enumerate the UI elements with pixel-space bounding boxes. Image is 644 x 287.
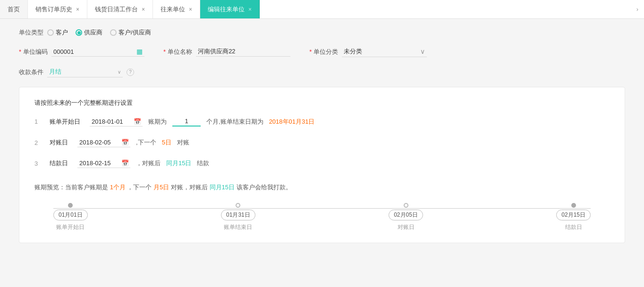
row-num-2: 2 bbox=[34, 139, 44, 146]
tab-home-label: 首页 bbox=[8, 5, 20, 14]
tab-partner-label: 往来单位 bbox=[161, 5, 185, 14]
bill-start-desc-suffix: 个月,账单结束日期为 bbox=[206, 118, 263, 126]
unit-code-star: * bbox=[19, 48, 21, 55]
unit-category-group: * 单位分类 未分类 ∨ bbox=[309, 46, 427, 57]
tab-sales-history-label: 销售订单历史 bbox=[35, 5, 72, 14]
radio-supplier[interactable]: 供应商 bbox=[76, 28, 102, 37]
bill-start-date-input[interactable] bbox=[90, 117, 132, 126]
tab-edit-partner[interactable]: 编辑往来单位 × bbox=[200, 0, 260, 18]
unit-category-star: * bbox=[309, 48, 312, 55]
unit-type-group: 单位类型 客户 供应商 客户/供应商 bbox=[19, 28, 151, 37]
bill-start-calendar-icon[interactable]: 📅 bbox=[132, 118, 143, 125]
payment-date-wrap: 📅 bbox=[77, 159, 130, 168]
timeline-nodes: 01月01日 账单开始日 01月31日 账单结束日 02月05日 对账日 02月… bbox=[53, 203, 591, 231]
tab-cash-work-close[interactable]: × bbox=[142, 6, 145, 13]
row-num-3: 3 bbox=[34, 160, 44, 167]
reconcile-desc-suffix: 对账 bbox=[177, 138, 189, 147]
timeline-node-start: 01月01日 账单开始日 bbox=[53, 203, 88, 231]
tab-sales-history-close[interactable]: × bbox=[76, 6, 79, 13]
unit-category-chevron-icon: ∨ bbox=[420, 48, 425, 55]
timeline-label-2: 账单结束日 bbox=[224, 223, 252, 231]
unit-code-icon[interactable]: ▦ bbox=[135, 48, 144, 55]
unit-category-select[interactable]: 未分类 ∨ bbox=[342, 46, 427, 57]
bill-start-desc-prefix: 账期为 bbox=[148, 118, 167, 126]
unit-name-input[interactable] bbox=[196, 47, 290, 56]
bill-end-date-highlight: 2018年01月31日 bbox=[269, 118, 315, 126]
tab-edit-partner-label: 编辑往来单位 bbox=[208, 5, 245, 14]
unit-code-label: 单位编码 bbox=[23, 48, 48, 56]
payment-select[interactable]: 月结 ∨ bbox=[47, 67, 123, 77]
unit-type-row: 单位类型 客户 供应商 客户/供应商 bbox=[19, 28, 625, 37]
radio-customer-label: 客户 bbox=[56, 28, 68, 37]
timeline-badge-1[interactable]: 01月01日 bbox=[53, 210, 88, 220]
reconcile-row: 2 对账日 📅 ,下一个 5日 对账 bbox=[34, 138, 610, 147]
tab-sales-history[interactable]: 销售订单历史 × bbox=[28, 0, 87, 18]
preview-text: 账期预览：当前客户账期是 1个月 ，下一个 月5日 对账，对账后 同月15日 该… bbox=[34, 179, 610, 192]
timeline: 01月01日 账单开始日 01月31日 账单结束日 02月05日 对账日 02月… bbox=[34, 203, 610, 231]
radio-both[interactable]: 客户/供应商 bbox=[110, 28, 151, 37]
preview-suffix: 该客户会给我打款。 bbox=[237, 184, 292, 191]
timeline-badge-2[interactable]: 01月31日 bbox=[221, 210, 255, 220]
payment-highlight: 同月15日 bbox=[166, 159, 191, 168]
timeline-label-1: 账单开始日 bbox=[56, 223, 85, 231]
timeline-node-payment: 02月15日 结款日 bbox=[556, 203, 591, 231]
preview-middle2: 对账，对账后 bbox=[171, 184, 208, 191]
payment-calendar-icon[interactable]: 📅 bbox=[120, 160, 130, 167]
preview-middle1: ，下一个 bbox=[127, 184, 152, 191]
payment-label: 收款条件 bbox=[19, 68, 43, 76]
row-num-1: 1 bbox=[34, 118, 44, 125]
payment-chevron-icon: ∨ bbox=[118, 69, 121, 75]
tab-cash-work[interactable]: 钱货日清工作台 × bbox=[87, 0, 153, 18]
preview-prefix: 账期预览：当前客户账期是 bbox=[34, 184, 108, 191]
tab-partner[interactable]: 往来单位 × bbox=[153, 0, 200, 18]
timeline-dot-payment bbox=[571, 203, 576, 208]
tab-bar: 首页 销售订单历史 × 钱货日清工作台 × 往来单位 × 编辑往来单位 × › bbox=[0, 0, 644, 19]
unit-code-group: * 单位编码 ▦ bbox=[19, 47, 144, 57]
bill-start-date-wrap: 📅 bbox=[90, 117, 143, 127]
radio-customer[interactable]: 客户 bbox=[47, 28, 68, 37]
tab-more-button[interactable]: › bbox=[631, 0, 644, 18]
reconcile-highlight: 5日 bbox=[162, 138, 171, 147]
tab-edit-partner-close[interactable]: × bbox=[248, 6, 252, 13]
tab-partner-close[interactable]: × bbox=[189, 6, 192, 13]
preview-part3: 同月15日 bbox=[210, 184, 235, 191]
payment-group: 收款条件 月结 ∨ ? bbox=[19, 67, 134, 77]
unit-name-star: * bbox=[163, 48, 166, 55]
payment-date-input[interactable] bbox=[77, 159, 120, 168]
tab-home[interactable]: 首页 bbox=[0, 0, 28, 18]
reconcile-desc-prefix: ,下一个 bbox=[136, 138, 156, 147]
unit-category-label: 单位分类 bbox=[314, 48, 338, 56]
bill-start-label: 账单开始日 bbox=[50, 118, 80, 126]
bill-start-row: 1 账单开始日 📅 账期为 个月,账单结束日期为 2018年01月31日 bbox=[34, 117, 610, 127]
payment-desc-prefix: ，对账后 bbox=[136, 159, 161, 168]
unit-code-input[interactable] bbox=[51, 47, 135, 56]
preview-part1: 1个月 bbox=[110, 184, 126, 191]
reconcile-date-wrap: 📅 bbox=[77, 138, 130, 147]
preview-part2: 月5日 bbox=[153, 184, 169, 191]
radio-both-label: 客户/供应商 bbox=[119, 28, 151, 37]
period-input[interactable] bbox=[172, 117, 201, 127]
unit-name-label: 单位名称 bbox=[168, 48, 192, 56]
radio-supplier-label: 供应商 bbox=[84, 28, 102, 37]
unit-category-value: 未分类 bbox=[344, 47, 420, 56]
payment-value: 月结 bbox=[49, 68, 118, 76]
payment-date-row: 3 结款日 📅 ，对账后 同月15日 结款 bbox=[34, 159, 610, 168]
timeline-node-end: 01月31日 账单结束日 bbox=[221, 203, 255, 231]
unit-code-input-wrap: ▦ bbox=[51, 47, 144, 57]
reconcile-calendar-icon[interactable]: 📅 bbox=[120, 139, 130, 146]
unit-name-input-wrap bbox=[196, 47, 290, 57]
unit-type-label: 单位类型 bbox=[19, 28, 43, 37]
radio-customer-circle bbox=[47, 29, 54, 36]
reconcile-label: 对账日 bbox=[50, 138, 68, 147]
payment-help-icon[interactable]: ? bbox=[127, 68, 134, 76]
reconcile-date-input[interactable] bbox=[77, 138, 120, 147]
timeline-dot-reconcile bbox=[404, 203, 408, 208]
timeline-badge-3[interactable]: 02月05日 bbox=[389, 210, 423, 220]
payment-date-label: 结款日 bbox=[50, 159, 68, 168]
settings-card: 请按照未来的一个完整帐期进行设置 1 账单开始日 📅 账期为 个月,账单结束日期… bbox=[19, 87, 625, 243]
timeline-label-4: 结款日 bbox=[565, 223, 582, 231]
main-content: 单位类型 客户 供应商 客户/供应商 * 单位编码 bbox=[0, 19, 644, 287]
card-title: 请按照未来的一个完整帐期进行设置 bbox=[34, 99, 610, 107]
unit-type-radios: 客户 供应商 客户/供应商 bbox=[47, 28, 151, 37]
timeline-badge-4[interactable]: 02月15日 bbox=[556, 210, 591, 220]
